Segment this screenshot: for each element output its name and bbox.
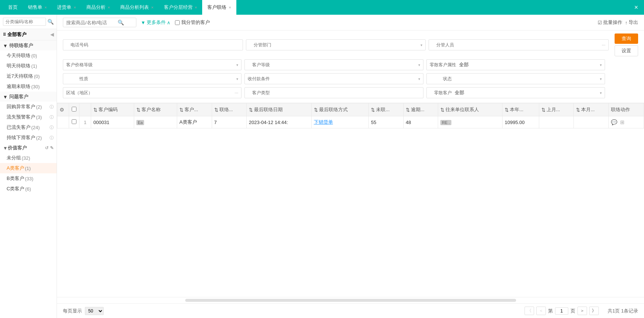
row-checkbox-1[interactable] [72,119,76,124]
last-method-link[interactable]: 下销货单 [314,119,333,125]
filter-status[interactable]: 状态 ▾ [426,73,605,84]
sidebar-item-overdue-contact[interactable]: 逾期未联络 (30) [0,81,57,92]
filter-price-label: 客户价格等级 [66,62,93,68]
filter-dept-select[interactable]: ▾ [274,43,423,47]
close-tab-analysis[interactable]: × [108,5,110,10]
sidebar-item-tomorrow-contact[interactable]: 明天待联络 (1) [0,61,57,71]
filter-customer-level[interactable]: 客户等级 ▾ [244,59,423,70]
main-search-icon[interactable]: 🔍 [118,20,124,25]
filter-nature-select[interactable]: ▾ [91,77,238,81]
filter-cust-type: 客户类型 [244,87,423,98]
sidebar-item-class-a[interactable]: A类客户 (1) [0,163,57,173]
action-icons-area: 💬 ⊞ [611,119,641,125]
table-header-row: ⚙ ⇅ 客户编码 [57,103,644,116]
search-box: 🔍 [63,18,136,27]
th-settings[interactable]: ⚙ [57,103,69,116]
filter-price-level[interactable]: 客户价格等级 ▾ [63,59,242,70]
sidebar-search-icon[interactable]: 🔍 [47,19,54,25]
sidebar-search-input[interactable] [3,18,46,26]
edit-icon[interactable]: ✎ [50,145,54,151]
qr-icon[interactable]: ⊞ [620,119,625,125]
export-btn[interactable]: ↑ 导出 [625,19,638,26]
prev-page-btn[interactable]: ＜ [536,307,546,315]
filter-manager[interactable]: 分管人员 ··· [429,39,609,50]
batch-op-btn[interactable]: ☑ 批量操作 [598,19,622,26]
sidebar-item-7day-contact[interactable]: 近7天待联络 (0) [0,71,57,81]
next-page-btn[interactable]: ＞ [577,307,587,315]
main-search-input[interactable] [66,20,118,25]
settings-col-icon[interactable]: ⚙ [60,107,64,113]
td-last-method[interactable]: 下销货单 [311,116,369,128]
filter-region-input[interactable]: ··· [96,90,238,95]
select-all-checkbox[interactable] [72,107,76,112]
filter-payment[interactable]: 收付款条件 ▾ [244,73,423,84]
filter-retail-attr[interactable]: 零散客户属性 全部 ▾ [426,59,605,70]
sidebar-all-customers[interactable]: ⠿ 全部客户 ◀ [0,29,57,40]
nav-tab-sales[interactable]: 销售单 × [23,0,52,15]
nav-home[interactable]: 首页 [3,0,23,15]
th-this-year[interactable]: ⇅ 本年... [502,103,539,116]
chat-icon[interactable]: 💬 [611,119,617,125]
horizontal-scrollbar[interactable] [185,299,516,302]
sidebar-item-unclassified[interactable]: 未分组 (32) [0,153,57,163]
sidebar-item-class-c[interactable]: C类客户 (6) [0,184,57,194]
filter-retail-attr-select[interactable]: 全部 ▾ [459,61,602,68]
chevron-payment-icon: ▾ [418,77,420,81]
th-this-month[interactable]: ⇅ 本月... [574,103,609,116]
sort-icon-this-month: ⇅ [576,107,580,113]
th-last-method[interactable]: ⇅ 最后联络方式 [311,103,369,116]
th-last-date[interactable]: ⇅ 最后联络日期 [247,103,312,116]
first-page-btn[interactable]: 《 [525,307,534,315]
sidebar-item-churned[interactable]: 已流失客户 (24) ⓘ [0,122,57,132]
nav-tab-customer-tier[interactable]: 客户分层经营 × [159,0,202,15]
nav-tab-analysis-list[interactable]: 商品分析列表 × [115,0,158,15]
filter-price-select[interactable]: ▾ [96,63,238,67]
window-close-icon[interactable]: × [631,4,641,11]
filter-manager-select[interactable]: ··· [457,42,605,47]
close-tab-customer-contact[interactable]: × [229,5,231,10]
th-contact[interactable]: ⇅ 联络... [212,103,247,116]
th-last-month[interactable]: ⇅ 上月... [539,103,574,116]
nav-tab-customer-contact[interactable]: 客户联络 × [202,0,236,15]
filter-region-label: 区域（地区） [66,90,93,96]
filter-status-select[interactable]: ▾ [455,77,602,81]
page-input[interactable] [555,307,568,315]
filter-nature[interactable]: 性质 ▾ [63,73,242,84]
filter-dept[interactable]: 分管部门 ▾ [246,39,426,50]
sidebar-item-repurchase-abnormal[interactable]: 回购异常客户 (2) ⓘ [0,102,57,112]
filter-payment-select[interactable]: ▾ [273,77,420,81]
sidebar-item-today-contact[interactable]: 今天待联络 (0) [0,50,57,61]
group-contact[interactable]: ▼ 待联络客户 [0,40,57,50]
close-tab-customer-tier[interactable]: × [195,5,197,10]
my-customers-checkbox[interactable] [175,20,180,25]
filter-cust-level-select[interactable]: ▾ [273,63,420,67]
th-code[interactable]: ⇅ 客户编码 [91,103,134,116]
th-type[interactable]: ⇅ 客户... [177,103,212,116]
close-tab-analysis-list[interactable]: × [151,5,153,10]
page-size-label: 每页显示 [63,308,82,314]
filter-row-2: 客户价格等级 ▾ 客户等级 ▾ 零散客户属性 全部 [63,59,638,70]
sidebar-item-declining[interactable]: 持续下滑客户 (2) ⓘ [0,132,57,143]
last-page-btn[interactable]: 》 [589,307,599,315]
arrow-down-icon-3: ▼ [3,145,8,151]
th-overdue[interactable]: ⇅ 逾期... [403,103,438,116]
close-tab-purchase[interactable]: × [74,5,76,10]
th-unit-contact[interactable]: ⇅ 往来单位联系人 [438,103,502,116]
th-no-contact[interactable]: ⇅ 未联... [369,103,404,116]
group-problem[interactable]: ▼ 问题客户 [0,92,57,102]
nav-tab-purchase[interactable]: 进货单 × [52,0,81,15]
filter-retail[interactable]: 零散客户 全部 ▾ [426,87,605,98]
page-size-select[interactable]: 50 10 20 100 [85,307,104,315]
close-tab-sales[interactable]: × [44,5,47,10]
my-customers-checkbox-area[interactable]: 我分管的客户 [175,19,210,26]
query-btn[interactable]: 查询 [615,33,638,44]
sidebar-item-churn-warning[interactable]: 流失预警客户 (3) ⓘ [0,112,57,122]
refresh-icon[interactable]: ↺ [45,145,49,151]
settings-btn[interactable]: 设置 [615,45,638,56]
filter-region[interactable]: 区域（地区） ··· [63,87,242,98]
nav-tab-analysis[interactable]: 商品分析 × [81,0,115,15]
more-conditions-btn[interactable]: ▼ 更多条件 ∧ [141,19,171,26]
th-name[interactable]: ⇅ 客户名称 [134,103,177,116]
filter-retail-select[interactable]: 全部 ▾ [455,89,602,96]
sidebar-item-class-b[interactable]: B类客户 (33) [0,173,57,184]
